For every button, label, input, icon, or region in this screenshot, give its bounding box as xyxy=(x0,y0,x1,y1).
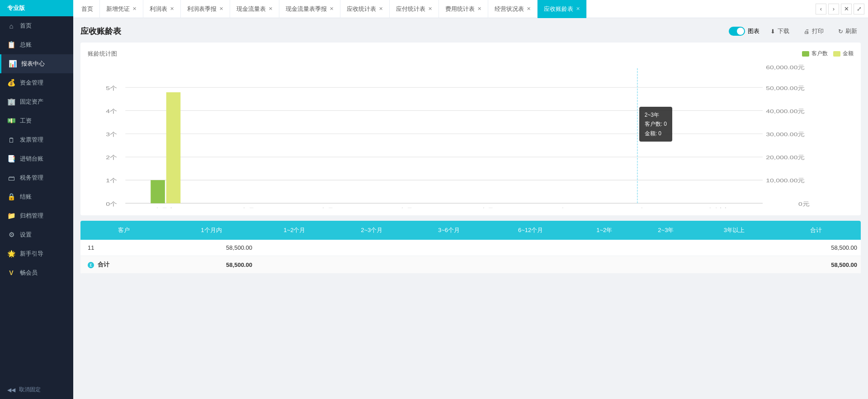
svg-text:0元: 0元 xyxy=(798,201,810,207)
chart-svg: 0个 1个 2个 3个 4个 5个 0元 10,000.00元 20,000.0… xyxy=(88,63,854,208)
summary-m3 xyxy=(333,256,410,274)
sidebar-item-tax[interactable]: 🗃 税务管理 xyxy=(0,168,73,187)
chart-legend: 客户数 金额 xyxy=(802,50,854,57)
sidebar-toggle-pin[interactable]: ◀◀ 取消固定 xyxy=(0,380,73,399)
tab-cashflow[interactable]: 现金流量表 ✕ xyxy=(230,0,279,18)
sidebar-item-payroll[interactable]: 💵 工资 xyxy=(0,111,73,130)
assets-icon: 🏢 xyxy=(7,98,15,106)
toggle-track[interactable] xyxy=(729,27,745,36)
tab-close-all[interactable]: ✕ xyxy=(841,4,852,14)
tab-cashflow-close[interactable]: ✕ xyxy=(269,6,273,12)
tab-payable-stat[interactable]: 应付统计表 ✕ xyxy=(390,0,439,18)
archive-icon: 📁 xyxy=(7,212,15,220)
chart-area: 0个 1个 2个 3个 4个 5个 0元 10,000.00元 20,000.0… xyxy=(88,63,854,208)
sidebar-label-tax: 税务管理 xyxy=(20,174,43,182)
tab-receivable-stat-close[interactable]: ✕ xyxy=(379,6,383,12)
svg-text:5个: 5个 xyxy=(106,85,117,91)
sidebar-item-reports[interactable]: 📊 报表中心 xyxy=(0,54,73,73)
vip-icon: V xyxy=(7,269,15,276)
cell-m6-1 xyxy=(574,240,635,256)
col-m6: 1~2年 xyxy=(574,221,635,240)
tab-profit[interactable]: 利润表 ✕ xyxy=(143,0,181,18)
summary-m8 xyxy=(697,256,772,274)
print-button[interactable]: 🖨 打印 xyxy=(800,25,827,37)
cell-m4-1 xyxy=(410,240,488,256)
sidebar-item-archive[interactable]: 📁 归档管理 xyxy=(0,206,73,225)
sidebar-item-vip[interactable]: V 畅会员 xyxy=(0,263,73,282)
summary-label: Σ 合计 xyxy=(80,256,167,274)
svg-text:2~3年: 2~3年 xyxy=(628,207,647,208)
tab-expense-stat[interactable]: 费用统计表 ✕ xyxy=(439,0,488,18)
legend-amount-label: 金额 xyxy=(843,50,854,57)
tab-cashflow-quarterly-close[interactable]: ✕ xyxy=(330,6,334,12)
tab-payable-stat-close[interactable]: ✕ xyxy=(428,6,432,12)
summary-m4 xyxy=(410,256,488,274)
close-accounts-icon: 🔒 xyxy=(7,193,15,201)
cell-m1-1: 58,500.00 xyxy=(167,240,256,256)
sidebar-item-home[interactable]: ⌂ 首页 xyxy=(0,16,73,35)
table-row: 11 58,500.00 58,500.00 xyxy=(80,240,861,256)
chart-container: 账龄统计图 客户数 金额 0个 1个 2个 3个 4个 xyxy=(80,43,861,215)
sidebar-item-fixed-assets[interactable]: 🏢 固定资产 xyxy=(0,92,73,111)
sidebar-item-close[interactable]: 🔒 结账 xyxy=(0,187,73,206)
print-label: 打印 xyxy=(812,27,824,35)
sidebar-label-home: 首页 xyxy=(20,22,32,30)
tab-profit-close[interactable]: ✕ xyxy=(170,6,174,12)
sidebar-label-invoice: 发票管理 xyxy=(20,136,43,144)
cell-m5-1 xyxy=(487,240,573,256)
svg-text:3年以上: 3年以上 xyxy=(704,207,729,208)
app-logo: 专业版 xyxy=(0,0,73,16)
summary-m2 xyxy=(256,256,333,274)
tab-nav-next[interactable]: › xyxy=(828,4,839,14)
aging-table: 客户 1个月内 1~2个月 2~3个月 3~6个月 6~12个月 1~2年 2~… xyxy=(80,221,861,274)
tab-home-label: 首页 xyxy=(81,5,93,13)
tab-receivable-aging[interactable]: 应收账龄表 ✕ xyxy=(538,0,587,18)
tab-receivable-aging-close[interactable]: ✕ xyxy=(576,6,580,12)
data-table: 客户 1个月内 1~2个月 2~3个月 3~6个月 6~12个月 1~2年 2~… xyxy=(80,221,861,274)
summary-row: Σ 合计 58,500.00 58,500.00 xyxy=(80,256,861,274)
tab-new-voucher[interactable]: 新增凭证 ✕ xyxy=(100,0,143,18)
chart-toggle-label: 图表 xyxy=(748,27,760,35)
page-title: 应收账龄表 xyxy=(80,26,729,37)
sidebar-item-settings[interactable]: ⚙ 设置 xyxy=(0,225,73,244)
guide-icon: 🌟 xyxy=(7,250,15,258)
col-m3: 2~3个月 xyxy=(333,221,410,240)
cell-customer-1: 11 xyxy=(80,240,167,256)
chart-toggle[interactable]: 图表 xyxy=(729,27,760,36)
legend-customers-color xyxy=(802,51,809,57)
tab-operation-stat[interactable]: 经营状况表 ✕ xyxy=(488,0,538,18)
svg-text:2~3个月: 2~3个月 xyxy=(307,207,334,208)
sidebar-item-invoice[interactable]: 🗒 发票管理 xyxy=(0,130,73,149)
tab-nav-prev[interactable]: ‹ xyxy=(816,4,826,14)
sidebar-label-settings: 设置 xyxy=(20,231,32,239)
tab-profit-quarterly[interactable]: 利润表季报 ✕ xyxy=(181,0,230,18)
sidebar-label-general-ledger: 总账 xyxy=(20,41,32,49)
summary-text: 合计 xyxy=(98,261,109,268)
home-icon: ⌂ xyxy=(7,22,15,30)
download-button[interactable]: ⬇ 下载 xyxy=(767,25,793,37)
col-m1: 1个月内 xyxy=(167,221,256,240)
tab-expense-stat-close[interactable]: ✕ xyxy=(477,6,481,12)
tab-operation-stat-close[interactable]: ✕ xyxy=(527,6,531,12)
svg-text:2个: 2个 xyxy=(106,154,117,160)
tab-new-voucher-close[interactable]: ✕ xyxy=(132,6,137,12)
sidebar-label-reports: 报表中心 xyxy=(21,60,45,68)
svg-text:60,000.00元: 60,000.00元 xyxy=(766,64,805,70)
svg-text:10,000.00元: 10,000.00元 xyxy=(766,178,805,184)
sidebar-item-guide[interactable]: 🌟 新手引导 xyxy=(0,244,73,263)
sidebar-item-general-ledger[interactable]: 📋 总账 xyxy=(0,35,73,54)
sidebar-item-funds[interactable]: 💰 资金管理 xyxy=(0,73,73,92)
svg-text:6~12个月: 6~12个月 xyxy=(464,207,494,208)
refresh-button[interactable]: ↻ 刷新 xyxy=(835,25,861,37)
tab-maximize[interactable]: ⤢ xyxy=(854,4,864,14)
tab-profit-quarterly-close[interactable]: ✕ xyxy=(219,6,223,12)
tab-cashflow-quarterly[interactable]: 现金流量表季报 ✕ xyxy=(279,0,340,18)
cell-m2-1 xyxy=(256,240,333,256)
tab-home[interactable]: 首页 xyxy=(75,0,100,18)
col-customer: 客户 xyxy=(80,221,167,240)
svg-text:1个: 1个 xyxy=(106,178,117,184)
tab-receivable-stat[interactable]: 应收统计表 ✕ xyxy=(340,0,390,18)
sidebar-label-close: 结账 xyxy=(20,193,32,201)
summary-m7 xyxy=(635,256,697,274)
sidebar-item-sales-purchase[interactable]: 📑 进销台账 xyxy=(0,149,73,168)
